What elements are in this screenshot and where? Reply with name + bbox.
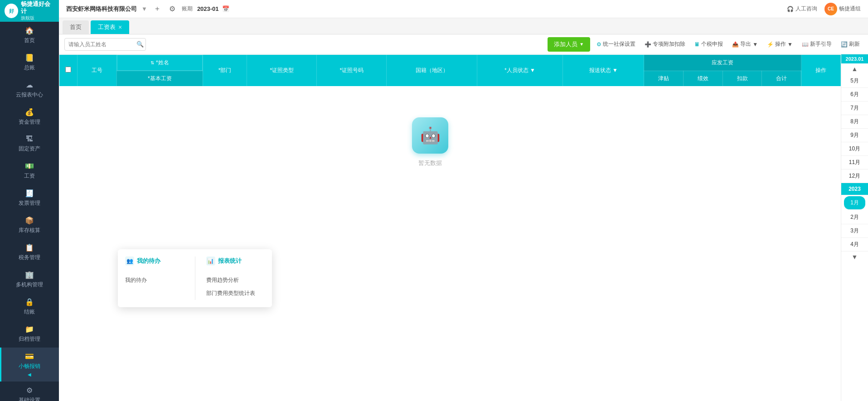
sidebar-item-settings[interactable]: ⚙ 基础设置 <box>0 382 59 401</box>
user-profile-btn[interactable]: CE 畅捷通组 <box>824 3 861 15</box>
operation-arrow-icon: ▼ <box>787 41 793 48</box>
toolbar: 🔍 添加人员 ▼ ⚙ 统一社保设置 ➕ 专项附加扣除 🖩 个税申报 📤 导出 ▼… <box>59 34 868 54</box>
top-right: 🎧 人工咨询 CE 畅捷通组 <box>787 3 861 15</box>
th-deduction: 扣款 <box>723 71 762 86</box>
customer-service-btn[interactable]: 🎧 人工咨询 <box>787 5 817 13</box>
th-nationality: 国籍（地区） <box>387 55 477 87</box>
sidebar-item-archive[interactable]: 📁 归档管理 <box>0 320 59 348</box>
special-deduction-btn[interactable]: ➕ 专项附加扣除 <box>642 40 688 48</box>
salary-table: 工号 ⇅ *姓名 *部门 *证照类型 *证照号码 国籍（地区） *人员状态 ▼ … <box>59 54 841 198</box>
empty-row: 🤖 暂无数据 <box>59 86 841 198</box>
newbie-guide-icon: 📖 <box>802 41 809 48</box>
sidebar-label-archive: 归档管理 <box>19 335 40 343</box>
sidebar-item-inventory[interactable]: 📦 库存核算 <box>0 212 59 239</box>
sidebar-label-expense: 小畅报销 <box>19 362 40 370</box>
th-allowance: 津贴 <box>644 71 684 86</box>
tab-salary[interactable]: 工资表 × <box>91 20 129 34</box>
th-name: ⇅ *姓名 <box>117 55 203 71</box>
month-item-12[interactable]: 12月 <box>841 169 868 183</box>
sidebar-label-home: 首页 <box>24 37 35 44</box>
tabs-bar: 首页 工资表 × <box>59 18 868 34</box>
special-deduction-icon: ➕ <box>645 41 651 48</box>
month-item-8[interactable]: 8月 <box>841 115 868 129</box>
sidebar-item-invoice[interactable]: 🧾 发票管理 <box>0 184 59 212</box>
tab-home[interactable]: 首页 <box>63 20 89 34</box>
month-prev-btn[interactable]: ▲ <box>841 63 868 74</box>
search-icon[interactable]: 🔍 <box>136 41 144 48</box>
social-insurance-btn[interactable]: ⚙ 统一社保设置 <box>594 40 638 48</box>
sidebar-label-finance: 资金管理 <box>19 118 40 126</box>
month-item-1-active[interactable]: 1月 <box>844 196 865 210</box>
sidebar-item-expense[interactable]: 💳 小畅报销 ◀ <box>0 348 59 382</box>
month-item-5[interactable]: 5月 <box>841 74 868 88</box>
th-total: 合计 <box>762 71 801 86</box>
finance-icon: 💰 <box>25 108 34 116</box>
month-item-4[interactable]: 4月 <box>841 238 868 251</box>
sidebar-label-cloud: 云报表中心 <box>16 91 43 99</box>
th-id-number: *证照号码 <box>317 55 387 87</box>
period-value[interactable]: 2023-01 📅 <box>197 5 229 12</box>
month-item-3[interactable]: 3月 <box>841 224 868 238</box>
refresh-btn[interactable]: 🔄 刷新 <box>838 40 863 48</box>
month-item-11[interactable]: 11月 <box>841 156 868 169</box>
export-btn[interactable]: 📤 导出 ▼ <box>729 40 761 48</box>
sidebar-item-cloud-report[interactable]: ☁ 云报表中心 <box>0 76 59 103</box>
logo-icon: 好 <box>5 4 18 18</box>
report-icon: 📊 <box>206 256 215 266</box>
month-panel: 2023.01 ▲ 5月 6月 7月 8月 9月 10月 11月 12月 202… <box>841 54 868 401</box>
th-submit-status[interactable]: 报送状态 ▼ <box>563 55 644 87</box>
company-name[interactable]: 西安虾米网络科技有限公司 <box>66 5 137 13</box>
month-item-6[interactable]: 6月 <box>841 88 868 101</box>
tab-close-btn[interactable]: × <box>118 24 122 31</box>
empty-text: 暂无数据 <box>418 159 442 167</box>
refresh-icon: 🔄 <box>841 41 848 48</box>
sidebar-item-ledger[interactable]: 📒 总账 <box>0 49 59 76</box>
add-company-btn[interactable]: ＋ <box>152 3 163 14</box>
sidebar-item-multiorg[interactable]: 🏢 多机构管理 <box>0 266 59 293</box>
popup-col-report: 📊 报表统计 费用趋势分析 部门费用类型统计表 <box>206 256 265 300</box>
operation-btn[interactable]: ⚡ 操作 ▼ <box>764 40 795 48</box>
sidebar: 好 畅捷通好会计 旗舰版 🏠 首页 📒 总账 ☁ 云报表中心 💰 资金管理 🏗 … <box>0 0 59 401</box>
search-input[interactable] <box>68 41 136 48</box>
close-account-icon: 🔒 <box>25 298 34 306</box>
sidebar-label-assets: 固定资产 <box>19 145 40 153</box>
export-arrow-icon: ▼ <box>752 41 758 48</box>
th-person-status[interactable]: *人员状态 ▼ <box>477 55 563 87</box>
popup-report-title: 📊 报表统计 <box>206 256 265 268</box>
multiorg-icon: 🏢 <box>25 271 34 279</box>
sidebar-item-close-account[interactable]: 🔒 结账 <box>0 293 59 320</box>
select-all-checkbox[interactable] <box>65 67 71 72</box>
month-item-7[interactable]: 7月 <box>841 101 868 115</box>
month-item-2[interactable]: 2月 <box>841 211 868 224</box>
sidebar-label-inventory: 库存核算 <box>19 227 40 234</box>
select-all-th <box>59 55 78 87</box>
popup-report-item-2[interactable]: 部门费用类型统计表 <box>206 287 265 300</box>
export-icon: 📤 <box>732 41 739 48</box>
sidebar-item-home[interactable]: 🏠 首页 <box>0 22 59 49</box>
sidebar-item-finance[interactable]: 💰 资金管理 <box>0 103 59 130</box>
calendar-icon[interactable]: 📅 <box>222 5 229 12</box>
sidebar-label-salary: 工资 <box>24 172 35 180</box>
assets-icon: 🏗 <box>26 135 33 143</box>
month-item-10[interactable]: 10月 <box>841 142 868 156</box>
popup-menu: 👥 我的待办 我的待办 📊 报表统计 费用趋势分析 部门费用类型统计表 <box>118 249 272 307</box>
month-next-btn[interactable]: ▼ <box>841 251 868 262</box>
app-title: 畅捷通好会计 <box>21 0 54 14</box>
popup-report-item-1[interactable]: 费用趋势分析 <box>206 274 265 287</box>
sidebar-label-invoice: 发票管理 <box>19 199 40 207</box>
sidebar-item-assets[interactable]: 🏗 固定资产 <box>0 130 59 157</box>
tax-declare-btn[interactable]: 🖩 个税申报 <box>692 40 726 48</box>
logo-text-block: 畅捷通好会计 旗舰版 <box>21 0 54 21</box>
period-label: 账期 <box>182 5 193 13</box>
top-bar: 西安虾米网络科技有限公司 ▼ ＋ ⚙ 账期 2023-01 📅 🎧 人工咨询 C… <box>59 0 868 18</box>
settings-btn[interactable]: ⚙ <box>167 4 177 14</box>
sidebar-item-tax[interactable]: 📋 税务管理 <box>0 239 59 266</box>
sidebar-item-salary[interactable]: 💵 工资 <box>0 157 59 184</box>
popup-todo-item[interactable]: 我的待办 <box>125 274 184 287</box>
popup-divider <box>195 256 195 300</box>
newbie-guide-btn[interactable]: 📖 新手引导 <box>799 40 834 48</box>
add-person-btn[interactable]: 添加人员 ▼ <box>548 37 590 52</box>
month-item-9[interactable]: 9月 <box>841 129 868 142</box>
dropdown-arrow[interactable]: ▼ <box>141 5 147 12</box>
add-btn-arrow-icon: ▼ <box>579 42 584 47</box>
